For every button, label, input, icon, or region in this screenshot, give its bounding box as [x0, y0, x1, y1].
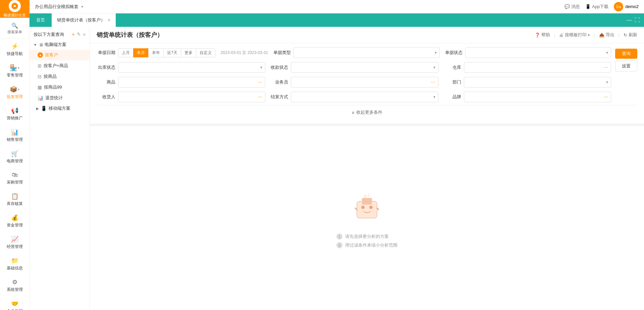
doc-type-select[interactable]: ▾ [293, 47, 439, 58]
ship-status-select[interactable]: ▾ [118, 62, 265, 73]
brand-dots[interactable]: ··· [604, 94, 608, 100]
doc-status-select[interactable]: ▾ [465, 47, 611, 58]
scheme-item-by-goods-label: 按商品 [44, 73, 57, 80]
print-icon: 🖨 [559, 33, 564, 38]
consignee-dots[interactable]: ··· [258, 94, 262, 100]
warehouse-dots[interactable]: ··· [604, 64, 608, 70]
scheme-group-desktop-title[interactable]: ▼ 🖥 电脑端方案 [30, 40, 90, 50]
empty-tip-1-text: 请先选择要分析的方案 [345, 234, 389, 240]
sidebar-item-xitong[interactable]: ⚙ 系统管理 [0, 275, 29, 296]
tab-minimize-icon[interactable]: — [627, 17, 632, 23]
sidebar-item-xiaoshou[interactable]: 📊 销售管理 [0, 125, 29, 146]
date-btn-more[interactable]: 更多 [181, 48, 196, 57]
user-profile-button[interactable]: Ea demo2 [614, 2, 639, 11]
page-title-row: 销货单统计表（按客户） ❓ 帮助 | 🖨 按模板打印 ▾ | [97, 31, 637, 39]
sidebar-item-lingshou[interactable]: 🏪 ▾ 零售管理 [0, 61, 29, 82]
topbar-right: 💬 消息 📱 App下载 Ea demo2 [565, 2, 639, 11]
nav-icon-caigou: 🛍 [12, 171, 18, 178]
empty-tips: 1 请先选择要分析的方案 2 用过滤条件来缩小分析范围 [336, 234, 397, 248]
template-print-button[interactable]: 🖨 按模板打印 ▾ [559, 32, 590, 38]
salesperson-input[interactable]: ··· [291, 77, 438, 88]
scheme-edit-button[interactable]: ✎ [77, 32, 81, 38]
scheme-group-mobile-label: 移动端方案 [49, 105, 70, 111]
warehouse-label: 仓库 [442, 64, 461, 70]
topbar-left: 办公用品行业模拟账套 ▾ [35, 4, 83, 10]
doc-type-filter: 单据类型 ▾ [272, 47, 439, 58]
date-btn-this-month[interactable]: 本月 [133, 48, 148, 57]
collapse-up-icon: ∧ [352, 110, 355, 115]
scheme-item-by-goods[interactable]: ⊟ 按商品 [30, 71, 90, 82]
sidebar-logo[interactable]: 畅捷通好生意 [0, 0, 30, 18]
nav-icon-lingshou: 🏪 [10, 64, 17, 71]
sidebar: 畅捷通好生意 🔍 搜索菜单 ⚡ 快捷导航 🏪 ▾ 零售管理 📦 ▾ 批发管理 [0, 0, 30, 310]
filter-area: 单据日期 上月 本月 本年 近7天 更多 自定义 2023-03-01 至 20… [90, 43, 644, 123]
message-button[interactable]: 💬 消息 [565, 4, 580, 10]
scheme-group-desktop-arrow: ▼ [34, 43, 37, 47]
scheme-group-mobile-arrow: ▶ [36, 107, 39, 110]
doc-type-arrow: ▾ [435, 50, 437, 55]
svg-point-4 [369, 206, 373, 209]
nav-icon-kuaijie: ⚡ [11, 43, 18, 50]
nav-icon-xiaoshou: 📊 [11, 128, 18, 136]
sidebar-item-yingxiao[interactable]: 📢 营销推广 [0, 104, 29, 124]
brand-input[interactable]: ··· [464, 92, 611, 102]
main-panel: 销货单统计表（按客户） ❓ 帮助 | 🖨 按模板打印 ▾ | [90, 27, 644, 310]
date-btn-last-7[interactable]: 近7天 [163, 48, 181, 57]
logo-text: 畅捷通好生意 [4, 13, 26, 18]
message-label: 消息 [571, 4, 580, 10]
sidebar-item-jichu[interactable]: 📁 基础信息 [0, 254, 29, 274]
nav-icon-pifa: 📦 [10, 86, 17, 93]
scheme-item-by-customer-goods[interactable]: ⊞ 按客户+商品 [30, 60, 90, 71]
nav-icon-zijin: 💰 [11, 214, 18, 221]
date-btn-custom[interactable]: 自定义 [196, 48, 215, 57]
scheme-item-by-goods99[interactable]: ▦ 按商品99 [30, 82, 90, 93]
scheme-item-bar2-icon: 📊 [38, 95, 43, 101]
sidebar-item-jingying[interactable]: 📈 经营管理 [0, 232, 29, 253]
tab-active[interactable]: 销货单统计表（按客户） × [52, 13, 116, 27]
dept-select[interactable]: ▾ [464, 77, 611, 88]
date-btn-last-month[interactable]: 上月 [118, 48, 133, 57]
help-label: 帮助 [541, 32, 550, 38]
scheme-item-by-customer[interactable]: ● 按客户 [30, 50, 90, 60]
help-button[interactable]: ❓ 帮助 [535, 32, 550, 38]
app-download-button[interactable]: 📱 App下载 [585, 4, 608, 10]
sidebar-item-caigou[interactable]: 🛍 采购管理 [0, 168, 29, 189]
sidebar-item-qiye[interactable]: 🤝 企业协同 [0, 297, 29, 310]
scheme-add-button[interactable]: + [72, 32, 75, 38]
scheme-item-return-stats[interactable]: 📊 退货统计 [30, 93, 90, 103]
search-menu-button[interactable]: 🔍 搜索菜单 [6, 20, 23, 36]
sidebar-item-dianshang[interactable]: 🛒 电商管理 [0, 147, 29, 167]
doc-type-label: 单据类型 [272, 50, 291, 56]
nav-label-jichu: 基础信息 [7, 265, 23, 271]
scheme-group-mobile-title[interactable]: ▶ 📱 移动端方案 [30, 103, 90, 113]
goods-dots[interactable]: ··· [258, 79, 262, 85]
industry-dropdown-icon[interactable]: ▾ [81, 4, 83, 9]
scheme-collapse-button[interactable]: « [83, 32, 86, 38]
salesperson-dots[interactable]: ··· [431, 79, 435, 85]
sidebar-item-kuaijie[interactable]: ⚡ 快捷导航 [0, 39, 29, 60]
refresh-button[interactable]: ↻ 刷新 [624, 32, 637, 38]
query-button[interactable]: 查询 [615, 49, 637, 59]
help-icon: ❓ [535, 33, 540, 38]
scheme-item-by-goods99-label: 按商品99 [44, 84, 62, 90]
refresh-icon: ↻ [624, 33, 627, 38]
sidebar-item-kucun[interactable]: 📋 库存核算 [0, 189, 29, 210]
tab-maximize-icon[interactable]: ⛶ [635, 17, 640, 23]
date-btn-this-year[interactable]: 本年 [148, 48, 163, 57]
date-label: 单据日期 [97, 50, 115, 56]
export-button[interactable]: 📤 导出 [599, 32, 614, 38]
settings-button[interactable]: 设置 [615, 61, 637, 71]
collapse-button[interactable]: ∧ 收起更多条件 [346, 108, 388, 117]
sidebar-item-pifa[interactable]: 📦 ▾ 批发管理 [0, 82, 29, 103]
dept-filter: 部门 ▾ [442, 77, 611, 88]
receipt-status-select[interactable]: ▾ [291, 62, 438, 73]
warehouse-input[interactable]: ··· [464, 62, 611, 73]
sidebar-item-zijin[interactable]: 💰 资金管理 [0, 211, 29, 231]
goods-input[interactable]: ··· [118, 77, 265, 88]
tab-close-icon[interactable]: × [108, 18, 110, 22]
tab-home[interactable]: 首页 [30, 13, 52, 27]
ship-status-filter: 出库状态 ▾ [97, 62, 265, 73]
consignee-input[interactable]: ··· [118, 92, 265, 102]
scheme-panel-header: 按以下方案查询 + ✎ « [30, 30, 90, 40]
payment-method-select[interactable]: ▾ [291, 92, 438, 102]
